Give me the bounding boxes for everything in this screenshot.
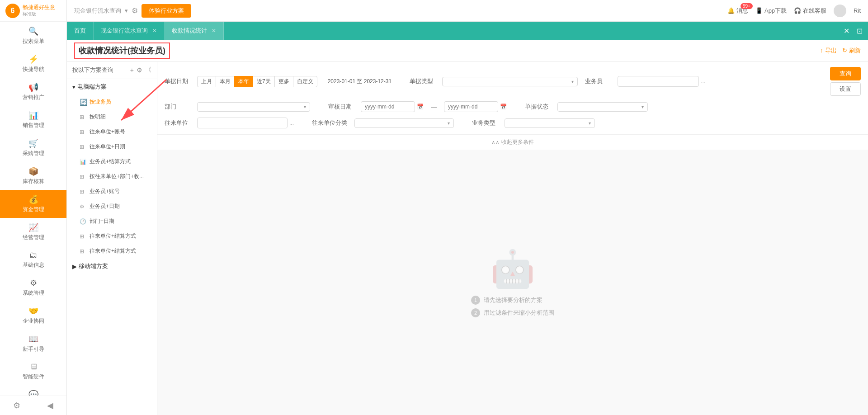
doc-type-select[interactable]: ▾	[442, 77, 578, 86]
scheme-item-counterparty-settle1[interactable]: ⊞ 往来单位+结算方式	[67, 229, 157, 244]
date-btn-custom[interactable]: 自定义	[293, 76, 317, 87]
refresh-btn[interactable]: ↻ 刷新	[842, 47, 861, 55]
audit-date-to-input[interactable]	[444, 101, 498, 112]
system-icon: ⚙	[30, 278, 37, 288]
bank-flow-tab-label: 现金银行流水查询	[101, 27, 148, 35]
audit-date-from-input[interactable]	[361, 101, 415, 112]
system-label: 系统管理	[23, 289, 44, 297]
sidebar-item-enterprise[interactable]: 🤝 企业协同	[0, 302, 66, 330]
collapse-scheme-btn[interactable]: 《	[145, 66, 151, 74]
logo-icon: 6	[5, 4, 20, 18]
operations-label: 经营管理	[23, 234, 44, 241]
dept-select[interactable]: ▾	[197, 102, 310, 112]
date-btn-this-month[interactable]: 本月	[216, 76, 235, 87]
breadcrumb-dropdown-icon[interactable]: ▾	[125, 7, 128, 14]
scheme-item-counterparty-dept[interactable]: ⊞ 按往来单位+部门+收...	[67, 169, 157, 184]
notification-btn[interactable]: 🔔 消息 99+	[727, 7, 748, 15]
guide-icon: 📖	[28, 334, 38, 344]
marketing-icon: 📢	[28, 82, 38, 92]
scheme-group-pc-title[interactable]: ▾ 电脑端方案	[67, 79, 157, 94]
scheme-item-detail[interactable]: ⊞ 按明细	[67, 109, 157, 124]
scheme-item-icon-dd: 🕐	[80, 218, 87, 225]
settings-icon[interactable]: ⚙	[13, 401, 20, 410]
date-btn-last-month[interactable]: 上月	[197, 76, 216, 87]
scheme-item-icon-salesperson: 🔄	[80, 99, 87, 106]
app-download-btn[interactable]: 📱 App下载	[755, 7, 787, 15]
biz-type-arrow-icon: ▾	[589, 121, 591, 126]
tab-bar-right: ✕ ⊡	[842, 25, 868, 37]
biz-type-select[interactable]: ▾	[505, 118, 595, 128]
salesperson-input[interactable]	[618, 76, 699, 87]
sidebar-item-system[interactable]: ⚙ 系统管理	[0, 274, 66, 302]
audit-date-to-calendar-icon[interactable]: 📅	[500, 104, 507, 110]
step-1-num: 1	[471, 296, 480, 305]
enterprise-icon: 🤝	[28, 306, 38, 316]
collection-stat-tab-label: 收款情况统计	[172, 27, 207, 35]
date-dash: —	[431, 104, 437, 110]
finance-label: 资金管理	[23, 206, 44, 213]
query-btn[interactable]: 查询	[830, 67, 861, 80]
collapse-icon[interactable]: ◀	[47, 401, 53, 410]
sidebar-item-hardware[interactable]: 🖥 智能硬件	[0, 358, 66, 385]
scheme-item-counterparty-date[interactable]: ⊞ 往来单位+日期	[67, 139, 157, 154]
add-scheme-btn[interactable]: +	[130, 66, 134, 74]
doc-status-select[interactable]: ▾	[557, 102, 648, 112]
scheme-item-label-cd: 往来单位+日期	[90, 143, 125, 151]
counterparty-type-arrow-icon: ▾	[448, 121, 450, 126]
counterparty-input[interactable]	[197, 118, 288, 128]
basic-label: 基础信息	[23, 261, 44, 269]
counterparty-more-btn[interactable]: ...	[289, 120, 294, 126]
sidebar-item-quick-nav[interactable]: ⚡ 快捷导航	[0, 50, 66, 78]
search-menu-icon: 🔍	[28, 26, 38, 36]
sidebar-item-search-menu[interactable]: 🔍 搜索菜单	[0, 22, 66, 50]
settings-gear-icon[interactable]: ⚙	[132, 6, 138, 15]
date-btn-more[interactable]: 更多	[274, 76, 293, 87]
scheme-item-label-cdept: 按往来单位+部门+收...	[90, 173, 144, 180]
finance-icon: 💰	[28, 194, 38, 204]
scheme-item-counterparty-settle2[interactable]: ⊞ 往来单位+结算方式	[67, 244, 157, 259]
sidebar-item-operations[interactable]: 📈 经营管理	[0, 218, 66, 246]
trial-btn[interactable]: 体验行业方案	[142, 4, 191, 18]
scheme-item-salesperson-settle[interactable]: 📊 业务员+结算方式	[67, 154, 157, 169]
scheme-item-salesperson-account[interactable]: ⊞ 业务员+账号	[67, 184, 157, 199]
tab-close-collection-stat[interactable]: ✕	[212, 28, 216, 34]
marketing-label: 营销推广	[23, 94, 44, 101]
empty-step-2: 2 用过滤条件来缩小分析范围	[471, 308, 554, 317]
tab-home[interactable]: 首页	[67, 22, 94, 40]
tab-bank-flow[interactable]: 现金银行流水查询 ✕	[94, 22, 165, 40]
date-btn-7days[interactable]: 近7天	[253, 76, 275, 87]
sidebar-bottom: ⚙ ◀	[0, 396, 66, 415]
tab-collection-stat[interactable]: 收款情况统计 ✕	[165, 22, 224, 40]
sidebar-item-sales[interactable]: 📊 销售管理	[0, 106, 66, 134]
scheme-item-icon-ca: ⊞	[80, 129, 87, 135]
salesperson-more-btn[interactable]: ...	[701, 78, 705, 85]
salesperson-field: ...	[618, 76, 705, 87]
counterparty-type-select[interactable]: ▾	[354, 118, 454, 128]
collapse-bar[interactable]: ∧∧ 收起更多条件	[157, 134, 868, 150]
refresh-icon: ↻	[842, 47, 847, 54]
sidebar-item-guide[interactable]: 📖 新手引导	[0, 330, 66, 358]
date-btn-this-year[interactable]: 本年	[234, 76, 253, 87]
sales-icon: 📊	[28, 110, 38, 120]
sidebar-item-basic[interactable]: 🗂 基础信息	[0, 246, 66, 274]
tab-close-all-btn[interactable]: ✕	[842, 25, 851, 37]
column-settings-btn[interactable]: 设置	[830, 82, 861, 96]
user-avatar[interactable]	[834, 5, 846, 17]
tab-restore-btn[interactable]: ⊡	[855, 25, 864, 37]
scheme-item-label-ca: 往来单位+账号	[90, 128, 125, 136]
sidebar-item-finance[interactable]: 💰 资金管理	[0, 190, 66, 218]
audit-date-from-calendar-icon[interactable]: 📅	[417, 104, 424, 110]
export-btn[interactable]: ↑ 导出	[821, 47, 837, 55]
scheme-item-salesperson-date[interactable]: ⚙ 业务员+日期	[67, 199, 157, 214]
scheme-settings-btn[interactable]: ⚙	[137, 66, 142, 74]
scheme-item-salesperson[interactable]: 🔄 按业务员	[67, 94, 157, 109]
sidebar-item-purchase[interactable]: 🛒 采购管理	[0, 134, 66, 162]
sidebar-item-marketing[interactable]: 📢 营销推广	[0, 78, 66, 106]
scheme-group-mobile-title[interactable]: ▶ 移动端方案	[67, 259, 157, 274]
scheme-item-dept-date[interactable]: 🕐 部门+日期	[67, 214, 157, 229]
tab-close-bank-flow[interactable]: ✕	[152, 28, 157, 34]
scheme-item-counterparty-account[interactable]: ⊞ 往来单位+账号	[67, 124, 157, 139]
sidebar-item-wechat[interactable]: 💬 企业微信	[0, 385, 66, 396]
sidebar-item-inventory[interactable]: 📦 库存核算	[0, 162, 66, 190]
online-service-btn[interactable]: 🎧 在线客服	[794, 7, 826, 15]
